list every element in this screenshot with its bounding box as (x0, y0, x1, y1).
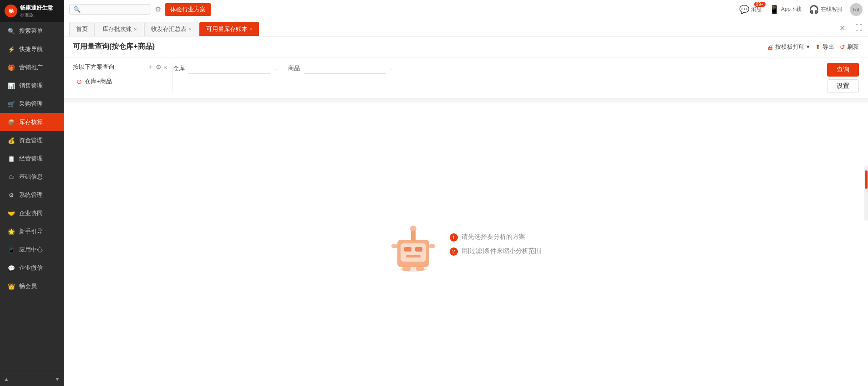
sidebar-item-operation[interactable]: 📋 经营管理 (0, 149, 64, 168)
query-area: 按以下方案查询 ＋ ⚙ « ⊙ 仓库+商品 仓库 (64, 57, 868, 99)
online-service-btn[interactable]: 🎧 在线客服 (809, 5, 843, 15)
sidebar-item-purchase[interactable]: 🛒 采购管理 (0, 95, 64, 113)
sidebar-item-sales[interactable]: 📊 销售管理 (0, 77, 64, 95)
tab-batch-ledger[interactable]: 库存批次账 × (96, 22, 143, 36)
query-scheme-panel: 按以下方案查询 ＋ ⚙ « ⊙ 仓库+商品 (73, 63, 173, 93)
sidebar-item-inventory[interactable]: 📦 库存核算 (0, 113, 64, 131)
user-avatar[interactable]: Rit (850, 3, 863, 16)
topbar-search-box: 🔍 (69, 4, 151, 15)
sidebar-label-enterprise: 企业协同 (19, 209, 43, 217)
search-input[interactable] (82, 6, 137, 13)
sidebar-item-search[interactable]: 🔍 搜索菜单 (0, 22, 64, 40)
collapse-btn[interactable]: « (163, 63, 167, 71)
scroll-up-btn[interactable]: ▲ (4, 376, 9, 382)
tab-batch-ledger-close[interactable]: × (134, 26, 137, 32)
hint-1: 1 请先选择要分析的方案 (450, 233, 542, 242)
sidebar-label-basic: 基础信息 (19, 173, 43, 181)
warehouse-more-icon[interactable]: ··· (274, 65, 279, 72)
svg-rect-3 (404, 247, 411, 252)
export-label: 导出 (822, 43, 834, 51)
sidebar-label-finance: 资金管理 (19, 136, 43, 144)
tab-home[interactable]: 首页 (69, 22, 95, 36)
sidebar-icon-vip: 👑 (7, 282, 15, 290)
company-name: 畅康通好生意 (20, 4, 53, 12)
app-download-btn[interactable]: 📱 App下载 (769, 5, 802, 15)
product-input[interactable] (304, 63, 386, 74)
sidebar-item-basic[interactable]: 🗂 基础信息 (0, 168, 64, 186)
sidebar-item-marketing-promo[interactable]: 🎁 营销推广 (0, 58, 64, 77)
manage-scheme-btn[interactable]: ⚙ (156, 63, 162, 71)
scheme-item-label: 仓库+商品 (85, 77, 112, 86)
tab-available-ledger-close[interactable]: × (249, 26, 252, 32)
search-icon: 🔍 (73, 6, 81, 13)
print-dropdown-icon[interactable]: ▾ (807, 43, 810, 50)
query-left-header: 按以下方案查询 ＋ ⚙ « (73, 63, 167, 71)
product-label: 商品 (288, 64, 300, 72)
hint-2-text: 用[过滤]条件来缩小分析范围 (462, 247, 542, 255)
sidebar-icon-finance: 💰 (7, 136, 15, 144)
sidebar-logo: 畅 (5, 5, 17, 17)
sidebar-label-operation: 经营管理 (19, 154, 43, 163)
sidebar-icon-wechat: 💬 (7, 264, 15, 272)
product-more-icon[interactable]: ··· (389, 65, 394, 72)
svg-rect-4 (415, 247, 422, 252)
topbar: 🔍 ⚙ 体验行业方案 💬 99+ 消息 📱 App下载 🎧 在线客服 Rit (64, 0, 868, 19)
warehouse-label: 仓库 (173, 64, 185, 72)
refresh-btn[interactable]: ↺ 刷新 (840, 43, 859, 51)
sidebar-nav: 🔍 搜索菜单 ⚡ 快捷导航 🎁 营销推广 📊 销售管理 🛒 采购管理 📦 库存核… (0, 22, 64, 372)
print-btn[interactable]: 🖨 按模板打印 ▾ (767, 43, 810, 51)
right-scrollbar (864, 166, 868, 221)
trial-btn[interactable]: 体验行业方案 (165, 3, 211, 16)
query-right-inner: 仓库 ··· 商品 ··· (173, 63, 827, 74)
sidebar-icon-system: ⚙ (7, 191, 15, 199)
warehouse-input[interactable] (188, 63, 270, 74)
tab-available-ledger[interactable]: 可用量库存账本 × (199, 22, 259, 36)
sidebar-item-wechat[interactable]: 💬 企业微信 (0, 259, 64, 277)
sidebar-label-system: 系统管理 (19, 191, 43, 199)
sidebar-item-newbie[interactable]: 🌟 新手引导 (0, 222, 64, 241)
sidebar-label-purchase: 采购管理 (19, 100, 43, 108)
sidebar-item-system[interactable]: ⚙ 系统管理 (0, 186, 64, 204)
hint-1-text: 请先选择要分析的方案 (462, 233, 525, 241)
tab-stock-summary[interactable]: 收发存汇总表 × (144, 22, 198, 36)
sidebar-item-shortcut[interactable]: ⚡ 快捷导航 (0, 40, 64, 58)
sidebar-item-vip[interactable]: 👑 畅会员 (0, 277, 64, 295)
hint-1-num: 1 (450, 233, 458, 242)
sidebar-icon-app-center: 📱 (7, 246, 15, 254)
query-field-product: 商品 ··· (288, 63, 394, 74)
query-settings-btn[interactable]: 设置 (827, 79, 859, 93)
sidebar-icon-basic: 🗂 (7, 173, 15, 181)
query-btn[interactable]: 查询 (827, 63, 859, 77)
tab-batch-ledger-label: 库存批次账 (102, 25, 132, 33)
message-label: 消息 (751, 5, 762, 13)
tabbar-close-btn[interactable]: ✕ (839, 23, 845, 32)
headset-icon: 🎧 (809, 5, 819, 15)
scroll-down-btn[interactable]: ▼ (55, 376, 60, 382)
right-scrollbar-thumb (865, 170, 868, 189)
scheme-item-warehouse-product[interactable]: ⊙ 仓库+商品 (73, 75, 167, 88)
sidebar-icon-inventory: 📦 (7, 118, 15, 126)
export-btn[interactable]: ⬆ 导出 (815, 43, 834, 51)
tabbar: 首页 库存批次账 × 收发存汇总表 × 可用量库存账本 × ✕ ⛶ (64, 19, 868, 36)
tabbar-expand-btn[interactable]: ⛶ (855, 24, 863, 32)
sidebar-item-enterprise[interactable]: 🤝 企业协同 (0, 204, 64, 222)
page-title: 可用量查询(按仓库+商品) (73, 42, 155, 51)
tab-stock-summary-label: 收发存汇总表 (151, 25, 187, 33)
add-scheme-btn[interactable]: ＋ (147, 63, 154, 71)
sidebar-label-newbie: 新手引导 (19, 227, 43, 236)
message-icon: 💬 (739, 5, 749, 15)
sidebar-bottom: ▲ ▼ (0, 372, 64, 386)
sidebar-label-shortcut: 快捷导航 (19, 45, 43, 53)
sidebar-label-wechat: 企业微信 (19, 264, 43, 272)
empty-state: 1 请先选择要分析的方案 2 用[过滤]条件来缩小分析范围 (64, 103, 868, 386)
message-btn[interactable]: 💬 99+ 消息 (739, 5, 762, 15)
sidebar-item-app-center[interactable]: 📱 应用中心 (0, 241, 64, 259)
service-label: 在线客服 (821, 5, 843, 13)
svg-rect-5 (406, 255, 421, 257)
query-right-wrap: 仓库 ··· 商品 ··· 查询 设置 (173, 63, 859, 93)
tab-stock-summary-close[interactable]: × (188, 26, 191, 32)
sidebar-item-finance[interactable]: 💰 资金管理 (0, 131, 64, 149)
sidebar-icon-shortcut: ⚡ (7, 45, 15, 53)
sidebar-icon-purchase: 🛒 (7, 100, 15, 108)
settings-icon[interactable]: ⚙ (155, 5, 161, 14)
